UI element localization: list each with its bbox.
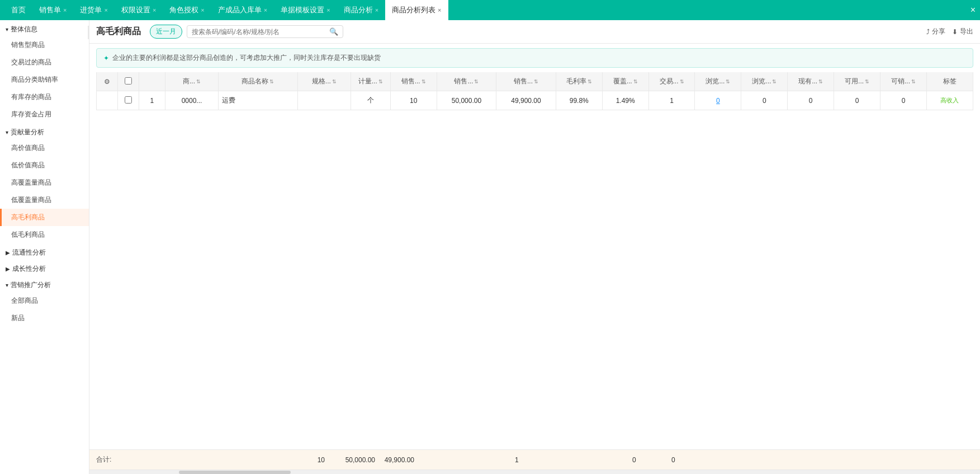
- scrollbar-thumb[interactable]: [179, 471, 291, 474]
- cell-tag: 高收入: [926, 91, 973, 110]
- footer-sales-amt: 50,000.00: [340, 456, 380, 464]
- section-arrow-growth: ▶: [6, 266, 10, 272]
- cell-check[interactable]: [117, 91, 139, 110]
- sort-icon-browse1: ⇅: [726, 79, 730, 85]
- sidebar-item-low-value[interactable]: 低价值商品: [0, 157, 89, 174]
- close-sales-order-tab[interactable]: ×: [63, 7, 67, 13]
- th-stock[interactable]: 现有... ⇅: [788, 72, 834, 91]
- page-title: 高毛利商品: [96, 26, 141, 37]
- th-spec[interactable]: 规格... ⇅: [297, 72, 351, 91]
- section-arrow-marketing: ▾: [6, 282, 8, 288]
- sort-icon-stock: ⇅: [818, 79, 823, 85]
- sidebar-item-high-margin[interactable]: 高毛利商品: [0, 209, 89, 226]
- row-checkbox[interactable]: [125, 96, 132, 104]
- table-container: ⚙ 商... ⇅: [89, 72, 980, 449]
- cell-coverage: 1.49%: [602, 91, 648, 110]
- nav-product-analysis[interactable]: 商品分析 ×: [337, 0, 385, 20]
- sidebar-item-stock-capital[interactable]: 库存资金占用: [0, 106, 89, 123]
- th-name[interactable]: 商品名称 ⇅: [218, 72, 297, 91]
- close-permission-settings-tab[interactable]: ×: [153, 7, 156, 13]
- th-coverage[interactable]: 覆盖... ⇅: [602, 72, 648, 91]
- th-sales-amt[interactable]: 销售... ⇅: [437, 72, 496, 91]
- th-check[interactable]: [117, 72, 139, 91]
- th-code[interactable]: 商... ⇅: [165, 72, 219, 91]
- sidebar-item-traded-products[interactable]: 交易过的商品: [0, 54, 89, 71]
- sidebar-item-high-value[interactable]: 高价值商品: [0, 139, 89, 157]
- select-all-checkbox[interactable]: [125, 77, 132, 85]
- sidebar-item-low-coverage[interactable]: 低覆盖量商品: [0, 191, 89, 209]
- header-actions: ⤴ 分享 ⬇ 导出: [926, 27, 973, 36]
- nav-role-permission[interactable]: 角色授权 ×: [163, 0, 211, 20]
- sidebar-section-liquidity[interactable]: ▶ 流通性分析: [0, 243, 89, 260]
- nav-product-analysis-list[interactable]: 商品分析列表 ×: [385, 0, 448, 20]
- sidebar-section-marketing[interactable]: ▾ 营销推广分析: [0, 276, 89, 292]
- th-gross-margin[interactable]: 毛利率 ⇅: [556, 72, 602, 91]
- sidebar-section-growth[interactable]: ▶ 成长性分析: [0, 260, 89, 276]
- sidebar-item-category-assist-rate[interactable]: 商品分类助销率: [0, 71, 89, 88]
- cell-browse1[interactable]: 0: [695, 91, 741, 110]
- cell-saleable: 0: [880, 91, 927, 110]
- th-browse1[interactable]: 浏览... ⇅: [695, 72, 741, 91]
- close-template-settings-tab[interactable]: ×: [326, 7, 330, 13]
- info-icon: ✦: [103, 54, 109, 62]
- nav-permission-settings[interactable]: 权限设置 ×: [115, 0, 163, 20]
- sidebar-item-low-margin[interactable]: 低毛利商品: [0, 226, 89, 243]
- th-available[interactable]: 可用... ⇅: [834, 72, 880, 91]
- sidebar-item-high-coverage[interactable]: 高覆盖量商品: [0, 174, 89, 191]
- nav-home[interactable]: 首页: [4, 0, 32, 20]
- section-arrow-overall: ▾: [6, 26, 8, 32]
- th-transaction[interactable]: 交易... ⇅: [648, 72, 695, 91]
- close-product-analysis-list-tab[interactable]: ×: [438, 7, 441, 13]
- cell-transaction: 1: [648, 91, 695, 110]
- window-close-icon[interactable]: ×: [970, 5, 976, 15]
- sidebar-item-sales-products[interactable]: 销售型商品: [0, 36, 89, 54]
- footer-spacer3: [536, 456, 614, 464]
- th-sales-qty[interactable]: 销售... ⇅: [390, 72, 437, 91]
- share-button[interactable]: ⤴ 分享: [926, 27, 945, 36]
- close-product-analysis-tab[interactable]: ×: [375, 7, 378, 13]
- close-finished-goods-tab[interactable]: ×: [264, 7, 267, 13]
- nav-finished-goods[interactable]: 产成品入库单 ×: [211, 0, 274, 20]
- search-input[interactable]: [192, 28, 329, 36]
- footer-label: 合计:: [96, 455, 111, 464]
- close-purchase-order-tab[interactable]: ×: [104, 7, 107, 13]
- cell-sales-qty: 10: [390, 91, 437, 110]
- product-table: ⚙ 商... ⇅: [96, 72, 973, 110]
- search-box: 🔍: [187, 25, 343, 38]
- th-browse2[interactable]: 浏览... ⇅: [741, 72, 788, 91]
- cell-spec: [297, 91, 351, 110]
- cell-name: 运费: [218, 91, 297, 110]
- sidebar-item-in-stock-products[interactable]: 有库存的商品: [0, 88, 89, 106]
- info-banner: ✦ 企业的主要的利润都是这部分商品创造的，可考虑加大推广，同时关注库存是不要出现…: [96, 48, 973, 68]
- footer-sales-profit: 49,900.00: [380, 456, 419, 464]
- th-sales-profit[interactable]: 销售... ⇅: [496, 72, 556, 91]
- sort-icon-browse2: ⇅: [772, 79, 777, 85]
- th-saleable[interactable]: 可销... ⇅: [880, 72, 927, 91]
- export-button[interactable]: ⬇ 导出: [952, 27, 973, 36]
- close-role-permission-tab[interactable]: ×: [201, 7, 204, 13]
- cell-sales-amt: 50,000.00: [437, 91, 496, 110]
- th-settings[interactable]: ⚙: [97, 72, 118, 91]
- footer-transaction: 1: [497, 456, 536, 464]
- th-unit[interactable]: 计量... ⇅: [351, 72, 390, 91]
- time-filter-button[interactable]: 近一月: [150, 25, 182, 39]
- nav-purchase-order[interactable]: 进货单 ×: [73, 0, 114, 20]
- sidebar-item-new-products[interactable]: 新品: [0, 309, 89, 327]
- table-scrollbar[interactable]: [89, 470, 980, 474]
- section-arrow-liquidity: ▶: [6, 250, 10, 256]
- sidebar-section-contribution[interactable]: ▾ 贡献量分析: [0, 123, 89, 139]
- window-controls: ×: [970, 5, 976, 15]
- search-icon[interactable]: 🔍: [329, 27, 338, 36]
- footer-sales-qty: 10: [301, 456, 340, 464]
- sidebar-collapse-button[interactable]: 《: [88, 26, 89, 39]
- sidebar-item-all-products[interactable]: 全部商品: [0, 292, 89, 309]
- nav-sales-order[interactable]: 销售单 ×: [32, 0, 73, 20]
- footer-spacer1: [122, 456, 301, 464]
- cell-stock: 0: [788, 91, 834, 110]
- sidebar-section-overall[interactable]: ▾ 整体信息: [0, 20, 89, 36]
- sort-icon-transaction: ⇅: [680, 79, 684, 85]
- nav-template-settings[interactable]: 单据模板设置 ×: [274, 0, 337, 20]
- sort-icon-spec: ⇅: [332, 79, 337, 85]
- sort-icon-sales-amt: ⇅: [474, 79, 479, 85]
- footer-spacer2: [419, 456, 497, 464]
